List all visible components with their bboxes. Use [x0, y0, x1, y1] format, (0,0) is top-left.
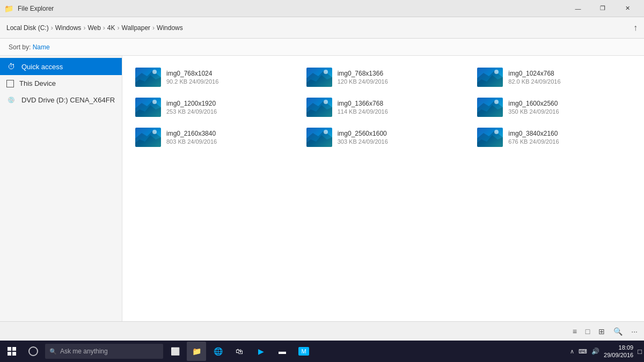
details-view-icon[interactable]: ≡ [573, 327, 577, 336]
svg-point-27 [152, 130, 157, 134]
navigate-up-button[interactable]: ↑ [633, 23, 638, 33]
file-thumbnail [306, 128, 332, 147]
svg-rect-38 [8, 352, 11, 356]
edge-icon: 🌐 [214, 347, 223, 356]
file-item[interactable]: img0_768x102490.2 KB 24/09/2016 [131, 64, 294, 90]
sort-bar: Sort by: Name [0, 39, 644, 56]
clock-date: 29/09/2016 [604, 351, 633, 359]
breadcrumb-sep: › [118, 24, 120, 32]
breadcrumb: Local Disk (C:) › Windows › Web › 4K › W… [6, 24, 183, 32]
sidebar-item-label: DVD Drive (D:) CENA_X64FR [21, 96, 115, 104]
file-info: img0_2160x3840803 KB 24/09/2016 [166, 130, 217, 145]
file-meta: 803 KB 24/09/2016 [166, 138, 217, 145]
store-button[interactable]: 🛍 [230, 342, 249, 361]
file-thumbnail [306, 98, 332, 117]
file-meta: 303 KB 24/09/2016 [338, 138, 388, 145]
file-info: img0_2560x1600303 KB 24/09/2016 [338, 130, 388, 145]
file-info: img0_1366x768114 KB 24/09/2016 [338, 100, 388, 115]
file-grid: img0_768x102490.2 KB 24/09/2016 img0_768… [131, 64, 635, 150]
close-button[interactable]: ✕ [615, 0, 640, 17]
svg-point-11 [494, 70, 499, 74]
file-item[interactable]: img0_1024x76882.0 KB 24/09/2016 [473, 64, 635, 90]
svg-point-23 [494, 100, 499, 104]
app3-button[interactable]: M [294, 342, 313, 361]
title-bar-controls: — ❐ ✕ [566, 0, 640, 17]
sidebar-item-dvd-drive[interactable]: 💿 DVD Drive (D:) CENA_X64FR [0, 92, 122, 108]
file-content-area: img0_768x102490.2 KB 24/09/2016 img0_768… [122, 56, 644, 321]
file-item[interactable]: img0_768x1366120 KB 24/09/2016 [302, 64, 465, 90]
svg-point-35 [494, 130, 499, 134]
file-thumbnail [135, 128, 161, 147]
breadcrumb-part[interactable]: Windows [55, 24, 82, 32]
file-thumbnail [135, 68, 161, 87]
keyboard-icon[interactable]: ⌨ [579, 348, 587, 355]
search-bar[interactable]: 🔍 Ask me anything [45, 344, 163, 359]
main-area: ⏱ Quick access This Device 💿 DVD Drive (… [0, 56, 644, 321]
svg-point-19 [324, 100, 328, 104]
dvd-icon: 💿 [6, 97, 16, 104]
breadcrumb-part[interactable]: Wallpaper [122, 24, 151, 32]
file-item[interactable]: img0_1600x2560350 KB 24/09/2016 [473, 94, 635, 120]
taskbar: 🔍 Ask me anything ⬜ 📁 🌐 🛍 ▶ ▬ M ∧ ⌨ 🔊 18… [0, 341, 644, 362]
file-thumbnail [135, 98, 161, 117]
file-item[interactable]: img0_1366x768114 KB 24/09/2016 [302, 94, 465, 120]
task-view-button[interactable]: ⬜ [165, 342, 185, 361]
tiles-view-icon[interactable]: ⊞ [598, 327, 605, 336]
file-name: img0_1600x2560 [508, 100, 559, 107]
more-options-icon[interactable]: ··· [631, 327, 638, 336]
svg-point-31 [324, 130, 328, 134]
app2-icon: ▬ [279, 347, 286, 356]
breadcrumb-part[interactable]: 4K [107, 24, 115, 32]
title-bar-left: 📁 File Explorer [4, 4, 54, 13]
file-meta: 114 KB 24/09/2016 [338, 108, 388, 115]
file-item[interactable]: img0_2560x1600303 KB 24/09/2016 [302, 124, 465, 150]
clock-icon: ⏱ [6, 62, 16, 71]
search-icon: 🔍 [49, 348, 57, 355]
file-thumbnail [306, 68, 332, 87]
file-name: img0_1024x768 [508, 70, 560, 77]
start-button[interactable] [2, 342, 21, 361]
svg-rect-36 [8, 347, 11, 351]
file-meta: 350 KB 24/09/2016 [508, 108, 559, 115]
file-info: img0_3840x2160676 KB 24/09/2016 [508, 130, 559, 145]
volume-icon[interactable]: 🔊 [591, 348, 599, 355]
app1-icon: ▶ [258, 347, 264, 356]
preview-pane-icon[interactable]: □ [586, 327, 590, 336]
breadcrumb-part[interactable]: Windows [157, 24, 183, 32]
breadcrumb-part[interactable]: Local Disk (C:) [6, 24, 49, 32]
file-item[interactable]: img0_2160x3840803 KB 24/09/2016 [131, 124, 294, 150]
sidebar-item-this-device[interactable]: This Device [0, 75, 122, 92]
file-thumbnail [477, 128, 503, 147]
clock[interactable]: 18:09 29/09/2016 [604, 344, 633, 359]
edge-button[interactable]: 🌐 [208, 342, 228, 361]
file-item[interactable]: img0_3840x2160676 KB 24/09/2016 [473, 124, 635, 150]
sort-by-name-link[interactable]: Name [33, 43, 50, 51]
cortana-button[interactable] [24, 342, 43, 361]
file-info: img0_1024x76882.0 KB 24/09/2016 [508, 70, 560, 85]
system-tray-caret[interactable]: ∧ [570, 348, 574, 355]
breadcrumb-part[interactable]: Web [87, 24, 100, 32]
file-meta: 676 KB 24/09/2016 [508, 138, 559, 145]
file-meta: 120 KB 24/09/2016 [338, 78, 388, 85]
svg-point-15 [152, 100, 157, 104]
search-status-icon[interactable]: 🔍 [613, 327, 623, 336]
device-icon [6, 80, 14, 87]
title-bar: 📁 File Explorer — ❐ ✕ [0, 0, 644, 17]
file-explorer-taskbar-button[interactable]: 📁 [187, 342, 206, 361]
app2-button[interactable]: ▬ [273, 342, 292, 361]
file-name: img0_2160x3840 [166, 130, 217, 137]
sidebar-item-quick-access[interactable]: ⏱ Quick access [0, 58, 122, 75]
task-view-icon: ⬜ [171, 347, 180, 356]
file-thumbnail [477, 68, 503, 87]
breadcrumb-sep: › [152, 24, 155, 32]
sort-label: Sort by: [9, 43, 31, 51]
action-center-button[interactable]: □ [638, 348, 642, 356]
maximize-button[interactable]: ❐ [590, 0, 615, 17]
minimize-button[interactable]: — [566, 0, 590, 17]
app1-button[interactable]: ▶ [251, 342, 270, 361]
file-name: img0_3840x2160 [508, 130, 559, 137]
svg-point-3 [152, 70, 157, 74]
folder-icon: 📁 [192, 347, 201, 356]
file-item[interactable]: img0_1200x1920253 KB 24/09/2016 [131, 94, 294, 120]
sidebar-item-label: This Device [19, 79, 56, 87]
